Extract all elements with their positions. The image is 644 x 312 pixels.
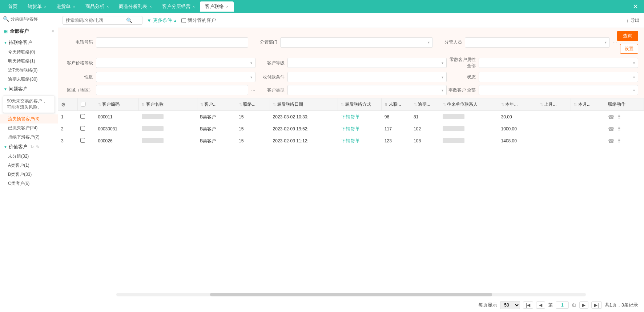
th-settings[interactable]: ⚙	[58, 98, 77, 111]
th-contact[interactable]: ⇅ 联络...	[236, 98, 270, 111]
th-unit[interactable]: ⇅ 往来单位联系人	[440, 98, 498, 111]
contact-icon-1[interactable]: ☎	[608, 126, 614, 132]
tab-customer-contact[interactable]: 客户联络 ×	[200, 1, 233, 12]
th-overdue[interactable]: ⇅ 逾期...	[411, 98, 440, 111]
lastway-link-2[interactable]: 下销货单	[341, 138, 360, 143]
sidebar-item-declining[interactable]: 持续下滑客户(2)	[0, 133, 58, 142]
filter-select-customer-type[interactable]: ▾	[287, 85, 447, 95]
sidebar-collapse-icon[interactable]: «	[52, 29, 54, 34]
settings-icon[interactable]: ⚙	[61, 102, 66, 108]
filter-search-icon[interactable]: 🔍	[126, 17, 132, 23]
tab-analysis-list[interactable]: 商品分析列表 ×	[114, 1, 157, 12]
lastway-link-0[interactable]: 下销货单	[341, 114, 360, 119]
cell-check-1[interactable]	[77, 123, 95, 135]
tab-purchase[interactable]: 进货单 ×	[51, 1, 80, 12]
more-icon-2[interactable]: ⠿	[617, 138, 621, 144]
more-icon-0[interactable]: ⠿	[617, 114, 621, 120]
filter-select-retail-attr[interactable]: ▾	[479, 58, 638, 68]
sidebar-item-c-class[interactable]: C类客户(6)	[0, 179, 58, 188]
cell-lastway-2[interactable]: 下销货单	[338, 135, 382, 147]
first-page-btn[interactable]: |◀	[523, 301, 533, 309]
sidebar-item-churned[interactable]: 已流失客户(24)	[0, 123, 58, 133]
filter-search-input[interactable]	[66, 18, 124, 23]
filter-select-region[interactable]	[96, 85, 248, 95]
per-page-select[interactable]: 50 100 200	[500, 301, 520, 309]
row-checkbox-1[interactable]	[80, 126, 85, 131]
sidebar-group-pending[interactable]: ▼ 待联络客户	[0, 37, 58, 48]
refresh-icon[interactable]: ↻	[31, 145, 34, 149]
next-page-btn[interactable]: ▶	[579, 301, 588, 309]
my-customers-checkbox[interactable]: 我分管的客户	[181, 17, 216, 24]
lastway-link-1[interactable]: 下销货单	[341, 126, 360, 131]
th-year[interactable]: ⇅ 本年...	[498, 98, 537, 111]
tab-customer-segment-close[interactable]: ×	[193, 4, 195, 9]
row-checkbox-0[interactable]	[80, 114, 85, 119]
th-code[interactable]: ⇅ 客户编码	[95, 98, 139, 111]
th-uncontact[interactable]: ⇅ 未联...	[382, 98, 411, 111]
th-checkbox[interactable]	[77, 98, 95, 111]
sidebar-item-7days[interactable]: 近7天待联络(0)	[0, 66, 58, 75]
cell-lastdate-2: 2023-02-03 11:12:	[270, 135, 338, 147]
tab-analysis[interactable]: 商品分析 ×	[80, 1, 114, 12]
cell-lastway-0[interactable]: 下销货单	[338, 111, 382, 123]
last-page-btn[interactable]: ▶|	[591, 301, 601, 309]
cell-check-2[interactable]	[77, 135, 95, 147]
filter-dots-region[interactable]: ···	[251, 87, 255, 93]
contact-icon-2[interactable]: ☎	[608, 138, 614, 144]
sidebar-group-value[interactable]: ▼ 价值客户 ↻ ✎	[0, 142, 58, 152]
th-thismonth[interactable]: ⇅ 本月...	[571, 98, 605, 111]
prev-page-btn[interactable]: ◀	[536, 301, 545, 309]
filter-select-level[interactable]: ▾	[287, 58, 447, 68]
filter-select-nature[interactable]: ▾	[96, 72, 255, 82]
select-all-checkbox[interactable]	[81, 102, 85, 106]
query-button[interactable]: 查询	[617, 31, 638, 41]
window-close-icon[interactable]: ✕	[630, 3, 641, 11]
filter-input-phone[interactable]	[96, 37, 248, 48]
filter-more-btn[interactable]: ▼ 更多条件 ▲	[147, 17, 177, 24]
th-lastmonth[interactable]: ⇅ 上月...	[537, 98, 571, 111]
scrollbar-thumb[interactable]	[210, 293, 492, 296]
sidebar-item-a-class[interactable]: A类客户(1)	[0, 161, 58, 170]
th-name[interactable]: ⇅ 客户名称	[139, 98, 197, 111]
cell-lastway-1[interactable]: 下销货单	[338, 123, 382, 135]
sidebar-item-today[interactable]: 今天待联络(0)	[0, 48, 58, 57]
filter-select-price-level[interactable]: ▾	[96, 58, 255, 68]
sidebar-item-tomorrow[interactable]: 明天待联络(1)	[0, 57, 58, 66]
sidebar-root[interactable]: ⊞ 全部客户 «	[0, 25, 58, 37]
th-lastway[interactable]: ⇅ 最后联络方式	[338, 98, 382, 111]
tab-sales-close[interactable]: ×	[44, 4, 46, 9]
table-header-row: ⚙ ⇅ 客户编码 ⇅ 客户名称 ⇅ 客户...	[58, 98, 644, 111]
filter-dots-manager[interactable]: ···	[613, 40, 617, 45]
filter-select-retail[interactable]: ▾	[479, 85, 638, 95]
filter-select-payment[interactable]: ▾	[287, 72, 447, 82]
export-btn[interactable]: ↑ 导出	[627, 17, 640, 24]
tab-customer-contact-close[interactable]: ×	[226, 4, 228, 9]
sidebar-item-ungrouped[interactable]: 未分组(32)	[0, 152, 58, 161]
filter-select-status[interactable]: ▾	[479, 72, 638, 82]
edit-icon[interactable]: ✎	[36, 145, 39, 149]
tab-sales[interactable]: 销货单 ×	[23, 1, 51, 12]
sidebar-group-problem[interactable]: ▼ 问题客户	[0, 84, 58, 94]
sidebar-item-b-class[interactable]: B类客户(33)	[0, 170, 58, 179]
tab-analysis-close[interactable]: ×	[106, 4, 109, 9]
sidebar-item-churn-warning[interactable]: 流失预警客户(3)	[0, 114, 58, 123]
more-icon-1[interactable]: ⠿	[617, 126, 621, 132]
filter-select-dept[interactable]: ▾	[280, 37, 432, 48]
th-type[interactable]: ⇅ 客户...	[197, 98, 236, 111]
sidebar-item-overdue[interactable]: 逾期未联络(30)	[0, 75, 58, 84]
contact-icon-0[interactable]: ☎	[608, 114, 614, 120]
horizontal-scrollbar[interactable]	[58, 291, 644, 298]
cell-check-0[interactable]	[77, 111, 95, 123]
sidebar-search-input[interactable]	[11, 16, 58, 21]
tab-home[interactable]: 首页	[3, 1, 23, 12]
my-customers-check[interactable]	[181, 18, 186, 23]
tab-purchase-close[interactable]: ×	[73, 4, 75, 9]
tab-analysis-list-close[interactable]: ×	[149, 4, 152, 9]
th-lastdate[interactable]: ⇅ 最后联络日期	[270, 98, 338, 111]
settings-button[interactable]: 设置	[620, 44, 638, 54]
row-checkbox-2[interactable]	[80, 138, 85, 143]
tab-customer-segment[interactable]: 客户分层经营 ×	[157, 1, 200, 12]
filter-select-manager[interactable]: ▾	[465, 37, 610, 48]
filter-label-customer-type: 客户类型	[255, 87, 285, 93]
page-input[interactable]	[556, 301, 569, 309]
